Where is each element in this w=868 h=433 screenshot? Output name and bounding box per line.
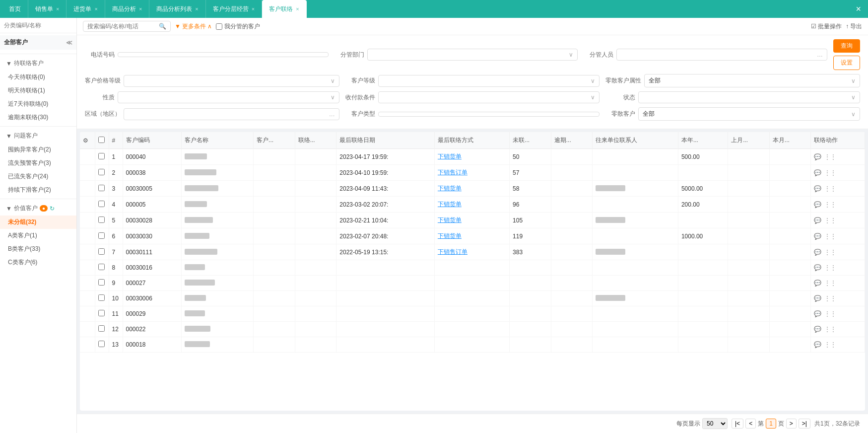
sidebar-abnormal[interactable]: 囤购异常客户(2) bbox=[0, 143, 76, 156]
action-chat-icon[interactable]: 💬 bbox=[814, 264, 821, 271]
tab-customer-contact[interactable]: 客户联络 × bbox=[262, 0, 306, 18]
tab-home[interactable]: 首页 bbox=[2, 0, 28, 18]
sidebar-b-class[interactable]: B类客户(33) bbox=[0, 242, 76, 256]
tab-purchase[interactable]: 进货单 × bbox=[67, 0, 105, 18]
sidebar-all-customers-header[interactable]: 全部客户 ≪ bbox=[0, 35, 76, 50]
row-checkbox[interactable] bbox=[98, 279, 105, 286]
action-chat-icon[interactable]: 💬 bbox=[814, 233, 821, 240]
action-chat-icon[interactable]: 💬 bbox=[814, 185, 821, 192]
tab-sales-close[interactable]: × bbox=[56, 6, 59, 12]
action-chat-icon[interactable]: 💬 bbox=[814, 249, 821, 256]
last-method-link[interactable]: 下销货单 bbox=[438, 153, 462, 160]
status-input[interactable]: ∨ bbox=[638, 91, 860, 103]
tab-customer-segment-close[interactable]: × bbox=[252, 6, 255, 12]
sidebar-tomorrow[interactable]: 明天待联络(1) bbox=[0, 84, 76, 97]
action-grid-icon[interactable]: ⋮⋮ bbox=[824, 280, 836, 287]
action-chat-icon[interactable]: 💬 bbox=[814, 326, 821, 333]
action-grid-icon[interactable]: ⋮⋮ bbox=[824, 326, 836, 333]
row-checkbox[interactable] bbox=[98, 310, 105, 316]
row-checkbox[interactable] bbox=[98, 248, 105, 255]
action-grid-icon[interactable]: ⋮⋮ bbox=[824, 295, 836, 302]
gender-input[interactable]: ∨ bbox=[118, 91, 339, 103]
zero-customer-input[interactable]: 全部 ∨ bbox=[638, 107, 860, 121]
tab-analysis[interactable]: 商品分析 × bbox=[105, 0, 149, 18]
th-customer-code[interactable]: 客户编码 bbox=[123, 132, 181, 149]
region-input[interactable]: … bbox=[124, 108, 339, 120]
action-chat-icon[interactable]: 💬 bbox=[814, 280, 821, 287]
tab-analysis-list[interactable]: 商品分析列表 × bbox=[149, 0, 205, 18]
price-level-input[interactable]: ∨ bbox=[124, 75, 339, 87]
sidebar-today[interactable]: 今天待联络(0) bbox=[0, 71, 76, 84]
reset-btn[interactable]: 设置 bbox=[833, 56, 860, 70]
row-checkbox[interactable] bbox=[98, 169, 105, 175]
th-customer-col1[interactable]: 客户... bbox=[254, 132, 295, 149]
filter-search-icon[interactable]: 🔍 bbox=[159, 23, 166, 30]
tab-analysis-list-close[interactable]: × bbox=[195, 6, 198, 12]
sidebar-search-input[interactable] bbox=[4, 22, 77, 29]
action-chat-icon[interactable]: 💬 bbox=[814, 217, 821, 224]
th-this-year[interactable]: 本年... bbox=[678, 132, 728, 149]
action-chat-icon[interactable]: 💬 bbox=[814, 201, 821, 208]
th-no-contact[interactable]: 未联... bbox=[510, 132, 551, 149]
last-method-link[interactable]: 下销售订单 bbox=[438, 169, 467, 176]
action-grid-icon[interactable]: ⋮⋮ bbox=[824, 153, 836, 160]
action-grid-icon[interactable]: ⋮⋮ bbox=[824, 249, 836, 256]
filter-search-input[interactable] bbox=[87, 23, 157, 30]
th-last-date[interactable]: 最后联络日期 bbox=[336, 132, 435, 149]
action-grid-icon[interactable]: ⋮⋮ bbox=[824, 233, 836, 240]
last-method-link[interactable]: 下销货单 bbox=[438, 232, 462, 239]
first-page-btn[interactable]: |< bbox=[732, 419, 743, 429]
action-chat-icon[interactable]: 💬 bbox=[814, 310, 821, 317]
th-last-method[interactable]: 最后联络方式 bbox=[434, 132, 509, 149]
last-method-link[interactable]: 下销货单 bbox=[438, 216, 462, 223]
last-method-link[interactable]: 下销货单 bbox=[438, 201, 462, 208]
customer-type-input[interactable] bbox=[378, 112, 600, 117]
sidebar-week[interactable]: 近7天待联络(0) bbox=[0, 97, 76, 111]
action-chat-icon[interactable]: 💬 bbox=[814, 341, 821, 348]
th-overdue[interactable]: 逾期... bbox=[551, 132, 593, 149]
action-chat-icon[interactable]: 💬 bbox=[814, 153, 821, 160]
action-grid-icon[interactable]: ⋮⋮ bbox=[824, 310, 836, 317]
th-customer-name[interactable]: 客户名称 bbox=[181, 132, 253, 149]
action-chat-icon[interactable]: 💬 bbox=[814, 295, 821, 302]
th-this-month[interactable]: 本月... bbox=[769, 132, 811, 149]
tab-sales[interactable]: 销售单 × bbox=[28, 0, 67, 18]
row-checkbox[interactable] bbox=[98, 325, 105, 332]
action-grid-icon[interactable]: ⋮⋮ bbox=[824, 264, 836, 271]
person-input[interactable]: … bbox=[616, 49, 827, 61]
sidebar-value-group[interactable]: ▼ 价值客户 ● ↻ bbox=[0, 201, 76, 216]
close-all-tabs[interactable]: × bbox=[851, 4, 866, 14]
row-checkbox[interactable] bbox=[98, 232, 105, 239]
query-btn[interactable]: 查询 bbox=[833, 39, 860, 53]
next-page-btn[interactable]: > bbox=[786, 419, 797, 429]
sidebar-decreasing[interactable]: 持续下滑客户(2) bbox=[0, 183, 76, 197]
tab-analysis-close[interactable]: × bbox=[139, 6, 142, 12]
last-method-link[interactable]: 下销货单 bbox=[438, 185, 462, 192]
row-checkbox[interactable] bbox=[98, 201, 105, 207]
my-customers-check[interactable] bbox=[216, 23, 222, 30]
th-contact-col[interactable]: 联络... bbox=[295, 132, 336, 149]
sidebar-pending-group[interactable]: ▼ 待联络客户 bbox=[0, 56, 76, 71]
dept-input[interactable]: ∨ bbox=[367, 49, 578, 61]
tab-purchase-close[interactable]: × bbox=[94, 6, 97, 12]
tab-customer-segment[interactable]: 客户分层经营 × bbox=[206, 0, 262, 18]
prev-page-btn[interactable]: < bbox=[745, 419, 756, 429]
sidebar-unclassified[interactable]: 未分组(32) bbox=[0, 216, 76, 229]
customer-level-input[interactable]: ∨ bbox=[378, 75, 600, 87]
th-last-month[interactable]: 上月... bbox=[728, 132, 770, 149]
action-grid-icon[interactable]: ⋮⋮ bbox=[824, 169, 836, 176]
action-chat-icon[interactable]: 💬 bbox=[814, 169, 821, 176]
tab-customer-contact-close[interactable]: × bbox=[296, 6, 299, 12]
batch-op-btn[interactable]: ☑ 批量操作 bbox=[811, 22, 842, 31]
per-page-select[interactable]: 50 20 100 bbox=[702, 418, 728, 429]
row-checkbox[interactable] bbox=[98, 216, 105, 223]
value-refresh-icon[interactable]: ↻ bbox=[50, 205, 55, 212]
sidebar-collapse-icon[interactable]: ≪ bbox=[66, 39, 72, 46]
row-checkbox[interactable] bbox=[98, 341, 105, 347]
th-contact-person[interactable]: 往来单位联系人 bbox=[593, 132, 678, 149]
export-btn[interactable]: ↑ 导出 bbox=[846, 22, 862, 31]
action-grid-icon[interactable]: ⋮⋮ bbox=[824, 217, 836, 224]
action-grid-icon[interactable]: ⋮⋮ bbox=[824, 185, 836, 192]
sidebar-a-class[interactable]: A类客户(1) bbox=[0, 229, 76, 242]
last-method-link[interactable]: 下销售订单 bbox=[438, 248, 467, 255]
